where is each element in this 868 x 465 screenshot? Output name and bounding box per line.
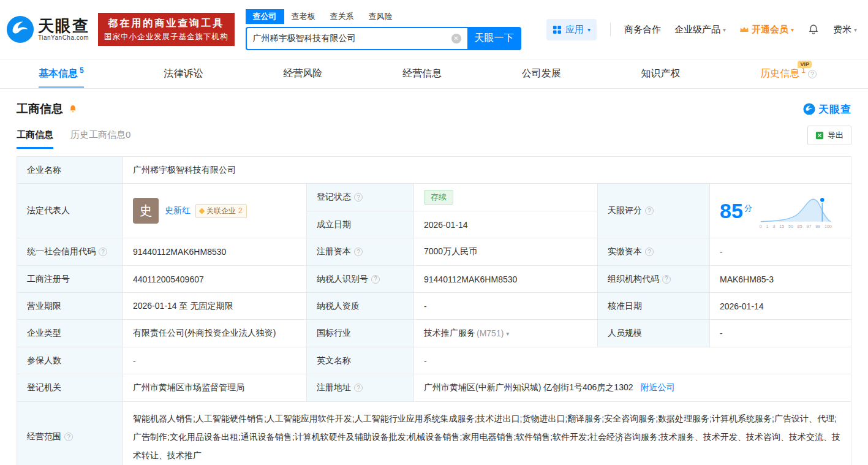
label-text: 核准日期: [608, 301, 642, 312]
label-text: 成立日期: [317, 219, 351, 230]
tab-intellectual-property[interactable]: 知识产权: [641, 59, 681, 88]
registered-capital-value: 7000万人民币: [424, 246, 477, 257]
related-companies-badge[interactable]: 关联企业 2: [195, 204, 247, 218]
section-subtabs: 工商信息 历史工商信息0 导出: [0, 117, 868, 149]
crown-icon: [739, 26, 749, 33]
promo-banner: 都在用的商业查询工具 国家中小企业发展子基金旗下机构: [98, 13, 235, 46]
question-icon[interactable]: ?: [99, 248, 107, 256]
tab-basic-info[interactable]: 基本信息 5: [39, 59, 84, 88]
question-icon[interactable]: ?: [354, 384, 363, 392]
business-term-value: 2026-01-14 至 无固定期限: [133, 301, 233, 312]
score-axis-tick: 85: [798, 224, 802, 229]
credit-code-value: 91440112MAK6HM8530: [133, 247, 226, 257]
score-distribution-chart: 0 1 3 15 50 85 97 99 100: [760, 194, 832, 229]
legal-rep-avatar[interactable]: 史: [133, 198, 159, 224]
label-text: 登记状态: [317, 192, 351, 203]
field-label-registration-authority: 登记机关: [17, 374, 123, 402]
nearby-companies-link[interactable]: 附近公司: [641, 382, 675, 393]
export-button[interactable]: 导出: [807, 126, 851, 145]
label-text: 参保人数: [27, 355, 61, 366]
score-number-wrap: 85 分: [720, 200, 752, 221]
question-icon[interactable]: ?: [645, 206, 654, 215]
company-nav-tabs: 基本信息 5 法律诉讼 经营风险 经营信息 公司发展 知识产权 VIP 历史信息…: [0, 59, 868, 89]
watermark-logo-icon: [803, 103, 815, 115]
search-tab-relation[interactable]: 查关系: [323, 9, 361, 24]
field-label-credit-code: 统一社会信用代码 ?: [17, 238, 123, 266]
legal-rep-name-link[interactable]: 史新红: [165, 205, 191, 216]
score-unit: 分: [744, 203, 752, 214]
tab-legal-proceedings-label: 法律诉讼: [164, 67, 203, 80]
label-text: 纳税人识别号: [317, 274, 368, 285]
registered-address-value: 广州市黄埔区(中新广州知识城) 亿创街1号406房之1302: [424, 382, 633, 393]
label-text: 营业期限: [27, 301, 61, 312]
username-label: 费米: [833, 24, 851, 36]
label-text: 统一社会信用代码: [27, 246, 96, 257]
english-name-value: -: [424, 356, 427, 366]
field-label-insured-count: 参保人数: [17, 347, 123, 374]
registration-authority-value: 广州市黄埔区市场监督管理局: [133, 382, 244, 393]
search-input[interactable]: [253, 34, 451, 43]
promo-banner-line2: 国家中小企业发展子基金旗下机构: [104, 32, 228, 42]
field-value-establish-date: 2026-01-14: [414, 211, 598, 238]
field-label-taxpayer-quality: 纳税人资质: [307, 293, 414, 320]
field-label-company-name: 企业名称: [17, 157, 123, 184]
question-icon[interactable]: ?: [645, 248, 654, 256]
chevron-down-icon[interactable]: ▾: [506, 330, 509, 337]
establish-date-value: 2026-01-14: [424, 220, 468, 230]
search-tab-risk[interactable]: 查风险: [361, 9, 400, 24]
tab-history-info[interactable]: VIP 历史信息 1 ?: [760, 59, 820, 88]
tab-company-development[interactable]: 公司发展: [522, 59, 561, 88]
taxpayer-id-value: 91440112MAK6HM8530: [424, 274, 517, 284]
field-label-paid-capital: 实缴资本 ?: [598, 238, 710, 266]
question-icon[interactable]: ?: [354, 248, 363, 256]
field-value-staff-size: -: [710, 320, 851, 347]
tab-company-development-label: 公司发展: [522, 67, 561, 80]
field-label-business-scope: 经营范围 ?: [17, 402, 123, 465]
question-icon[interactable]: ?: [64, 433, 73, 441]
score-axis-tick: 100: [825, 224, 832, 229]
label-text: 工商注册号: [27, 274, 70, 285]
clear-search-icon[interactable]: ✕: [451, 34, 461, 43]
subscribe-bell-icon[interactable]: [68, 104, 78, 114]
field-value-company-type: 有限责任公司(外商投资企业法人独资): [123, 320, 307, 347]
search-tab-boss[interactable]: 查老板: [284, 9, 323, 24]
tab-operating-info[interactable]: 经营信息: [402, 59, 442, 88]
tab-operating-risk[interactable]: 经营风险: [283, 59, 322, 88]
menu-enterprise-products[interactable]: 企业级产品 ▾: [674, 24, 726, 36]
tab-legal-proceedings[interactable]: 法律诉讼: [164, 59, 203, 88]
label-text: 国标行业: [317, 328, 351, 339]
notification-bell-icon[interactable]: [807, 23, 820, 36]
label-text: 注册地址: [317, 382, 351, 393]
field-label-legal-representative: 法定代表人: [17, 184, 123, 238]
question-icon[interactable]: ?: [354, 193, 363, 202]
field-label-english-name: 英文名称: [307, 347, 414, 374]
tianyancha-logo[interactable]: 天眼查 TianYanCha.com: [6, 15, 89, 43]
label-text: 经营范围: [27, 431, 61, 442]
label-text: 人员规模: [608, 328, 642, 339]
business-info-table: 企业名称 广州稀宇极智科技有限公司 法定代表人 史 史新红 关联企业 2 登记状…: [17, 156, 851, 465]
search-tab-company[interactable]: 查公司: [246, 9, 284, 24]
tab-history-info-label: 历史信息: [760, 67, 799, 80]
apps-menu-button[interactable]: 应用 ▾: [546, 19, 597, 40]
status-badge: 存续: [424, 190, 453, 205]
menu-business-cooperation[interactable]: 商务合作: [624, 24, 661, 36]
section-title: 工商信息: [17, 101, 63, 117]
related-companies-count: 2: [238, 206, 243, 215]
tab-basic-info-label: 基本信息: [39, 67, 78, 80]
chevron-down-icon: ▾: [791, 26, 794, 33]
user-menu[interactable]: 费米 ▾: [833, 24, 857, 36]
search-button[interactable]: 天眼一下: [467, 27, 521, 50]
subtab-history-business-info[interactable]: 历史工商信息0: [70, 129, 130, 149]
question-icon[interactable]: ?: [662, 275, 671, 284]
label-text: 注册资本: [317, 246, 351, 257]
promo-banner-line1: 都在用的商业查询工具: [104, 17, 228, 30]
search-box: ✕: [246, 27, 467, 50]
menu-open-vip[interactable]: 开通会员 ▾: [739, 24, 794, 36]
question-icon[interactable]: ?: [371, 275, 380, 284]
question-icon[interactable]: ?: [808, 70, 817, 78]
label-text: 法定代表人: [27, 205, 70, 216]
subtab-business-info[interactable]: 工商信息: [17, 129, 53, 149]
vip-badge: VIP: [798, 61, 812, 68]
menu-open-vip-label: 开通会员: [752, 24, 788, 36]
approval-date-value: 2026-01-14: [720, 301, 764, 311]
